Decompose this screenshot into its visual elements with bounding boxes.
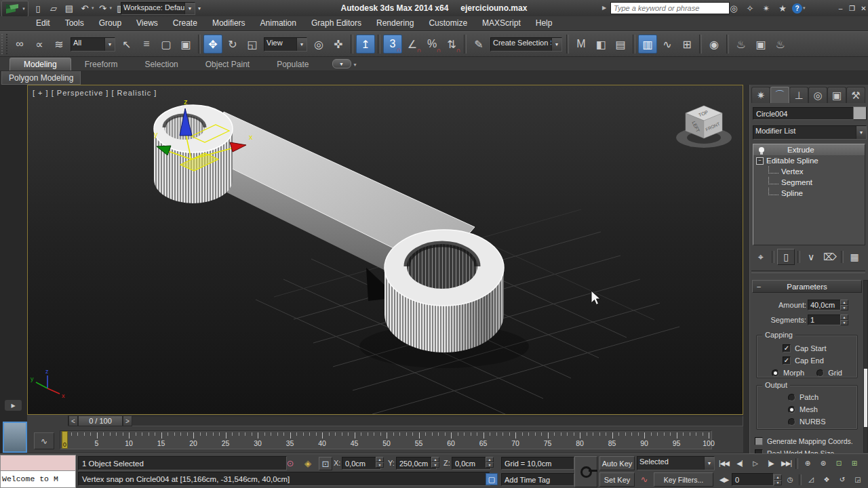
modifier-list-dropdown[interactable]: Modifier List ▼: [753, 125, 867, 140]
snaps-toggle-3d-icon[interactable]: 3∩: [383, 35, 402, 54]
spinner-down-button[interactable]: ▼: [376, 462, 384, 468]
use-pivot-point-center-icon[interactable]: ◎: [309, 35, 328, 54]
cap-start-checkbox[interactable]: ✓: [783, 344, 791, 352]
render-production-icon[interactable]: ♨: [771, 35, 790, 54]
menu-create[interactable]: Create: [165, 16, 205, 30]
material-editor-icon[interactable]: ◉: [705, 35, 724, 54]
window-crossing-toggle-icon[interactable]: ▣: [176, 35, 195, 54]
object-name-field[interactable]: Circle004: [753, 107, 856, 120]
help-flyout-icon[interactable]: ▾: [803, 5, 806, 11]
pan-view-button[interactable]: ❖: [818, 473, 834, 487]
grid-radio[interactable]: [816, 369, 824, 377]
panel-tab-modify[interactable]: ⌒: [770, 87, 789, 103]
ribbon-options-arrow-icon[interactable]: ▾: [354, 62, 357, 68]
viewcube[interactable]: TOP LEFT FRONT: [676, 106, 732, 148]
menu-maxscript[interactable]: MAXScript: [475, 16, 528, 30]
remove-modifier-button[interactable]: ⌦: [822, 249, 838, 264]
spinner-up-button[interactable]: ▲: [486, 457, 494, 462]
key-mode-toggle-button[interactable]: ◀▶: [716, 473, 732, 487]
set-key-button[interactable]: Set Key: [599, 472, 635, 487]
zoom-button[interactable]: ⊕: [800, 457, 815, 470]
dropdown-arrow-icon[interactable]: ▼: [104, 38, 115, 51]
new-scene-icon[interactable]: ▯: [31, 1, 45, 15]
named-selection-sets-dropdown[interactable]: Create Selection Se▼: [490, 37, 562, 52]
undo-icon-flyout[interactable]: ▾: [92, 5, 94, 11]
menu-tools[interactable]: Tools: [58, 16, 92, 30]
spinner-up-button[interactable]: ▲: [840, 300, 848, 305]
amount-spinner[interactable]: ▲▼: [840, 300, 848, 310]
application-menu-button[interactable]: ▾: [1, 1, 28, 17]
parameters-rollout-header[interactable]: − Parameters: [752, 280, 862, 293]
pin-stack-button[interactable]: ⌖: [753, 249, 769, 264]
graphite-ribbon-toggle-icon[interactable]: ▥: [638, 35, 657, 54]
go-to-end-button[interactable]: ▶▶|: [778, 457, 794, 470]
select-and-link-icon[interactable]: ∞: [10, 35, 29, 54]
menu-edit[interactable]: Edit: [28, 16, 58, 30]
configure-modifier-sets-button[interactable]: ▦: [846, 249, 863, 264]
select-and-rotate-icon[interactable]: ↻: [223, 35, 242, 54]
morph-radio[interactable]: [772, 369, 779, 377]
search-input[interactable]: [610, 2, 730, 14]
time-slider-track[interactable]: [68, 415, 743, 426]
spinner-up-button[interactable]: ▲: [376, 457, 384, 462]
time-slider-handle[interactable]: 0 / 100: [78, 415, 123, 426]
communication-center-icon[interactable]: ✴: [760, 1, 773, 15]
edit-named-selection-sets-icon[interactable]: ✎: [469, 35, 488, 54]
panel-tab-utilities[interactable]: ⚒: [846, 87, 865, 103]
select-by-name-icon[interactable]: ≡: [137, 35, 156, 54]
next-frame-slider-button[interactable]: >: [123, 415, 132, 426]
render-setup-icon[interactable]: ♨: [732, 35, 751, 54]
auto-key-button[interactable]: Auto Key: [599, 456, 635, 470]
viewport-layout-thumbnail[interactable]: [3, 422, 27, 453]
rollout-collapse-icon[interactable]: −: [753, 283, 765, 291]
selection-set-combo[interactable]: Selected ▼: [637, 456, 715, 470]
panel-tab-hierarchy[interactable]: ⊥: [789, 87, 808, 103]
menu-views[interactable]: Views: [129, 16, 165, 30]
menu-animation[interactable]: Animation: [253, 16, 304, 30]
bind-to-space-warp-icon[interactable]: ≋: [50, 35, 68, 54]
menu-customize[interactable]: Customize: [421, 16, 475, 30]
object-color-swatch[interactable]: [853, 106, 867, 120]
selection-filter-dropdown[interactable]: All▼: [71, 37, 115, 52]
show-end-result-button[interactable]: ▯: [777, 249, 795, 265]
workspace-flyout-icon[interactable]: ▾: [198, 5, 201, 12]
search-binoculars-icon[interactable]: ◎: [727, 1, 741, 15]
ribbon-tab-populate[interactable]: Populate: [263, 58, 322, 70]
rendered-frame-window-icon[interactable]: ▣: [751, 35, 770, 54]
modifier-list-arrow-icon[interactable]: ▼: [856, 126, 866, 139]
open-mini-curve-editor-button[interactable]: ∿: [34, 432, 54, 449]
menu-rendering[interactable]: Rendering: [369, 16, 421, 30]
modifier-stack-item-extrude[interactable]: Extrude: [753, 144, 865, 155]
favorites-star-icon[interactable]: ★: [776, 1, 789, 15]
modifier-stack-item-editable-spline[interactable]: −Editable Spline: [753, 155, 865, 166]
restore-button[interactable]: ❐: [847, 3, 857, 14]
nurbs-radio[interactable]: [788, 418, 795, 426]
spinner-snap-icon[interactable]: ⇅∩: [442, 35, 461, 54]
keyboard-shortcut-override-icon[interactable]: ↥: [356, 35, 375, 54]
panel-tab-motion[interactable]: ◎: [808, 87, 827, 103]
x-coordinate-spinner[interactable]: ▲▼: [376, 457, 384, 468]
select-and-move-icon[interactable]: ✥: [203, 35, 222, 54]
menu-group[interactable]: Group: [92, 16, 129, 30]
modifier-stack-item-spline[interactable]: Spline: [753, 188, 865, 199]
menu-help[interactable]: Help: [528, 16, 560, 30]
modifier-stack-item-segment[interactable]: Segment: [753, 177, 865, 188]
modifier-on-off-bulb-icon[interactable]: [759, 147, 764, 152]
dropdown-arrow-icon[interactable]: ▼: [296, 38, 307, 51]
rectangular-selection-region-icon[interactable]: ▢: [157, 35, 176, 54]
absolute-offset-mode-icon[interactable]: ⊡: [319, 457, 332, 470]
select-and-scale-icon[interactable]: ◱: [243, 35, 262, 54]
extruded-rod-model[interactable]: [154, 105, 504, 352]
maxscript-macro-recorder-field[interactable]: [0, 455, 76, 471]
curve-editor-icon[interactable]: ∿: [658, 35, 677, 54]
viewport-label[interactable]: [ + ] [ Perspective ] [ Realistic ]: [33, 89, 157, 97]
workspace-dropdown[interactable]: Workspace: Default ▼: [121, 2, 195, 15]
ribbon-tab-object-paint[interactable]: Object Paint: [192, 58, 263, 70]
go-to-start-button[interactable]: |◀◀: [716, 457, 732, 470]
panel-tab-create[interactable]: ✷: [751, 87, 770, 103]
spinner-up-button[interactable]: ▲: [840, 314, 848, 320]
unlink-selection-icon[interactable]: ∝: [30, 35, 49, 54]
patch-radio[interactable]: [788, 394, 795, 401]
time-configuration-button[interactable]: ◷: [782, 473, 797, 487]
y-coordinate-field[interactable]: 250,0cm: [396, 457, 437, 470]
